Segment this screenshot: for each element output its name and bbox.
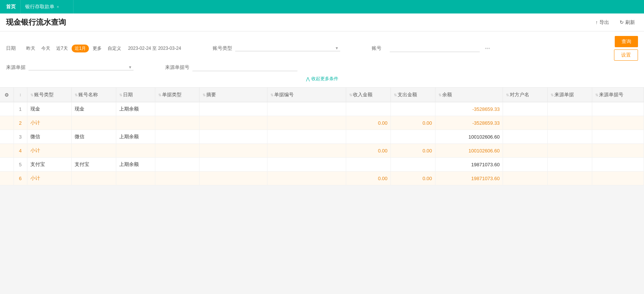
col-counterparty[interactable]: ⇅对方户名: [503, 88, 548, 102]
close-icon[interactable]: ×: [57, 4, 59, 9]
table-header-row: ⚙ ↕ ⇅账号类型 ⇅账号名称 ⇅日期 ⇅单据类型 ⇅摘要 ⇅单据编号 ⇅收入金…: [0, 88, 644, 102]
source-doc-filter-group: 来源单据 ▼: [6, 64, 134, 71]
date-shortcut-button[interactable]: 更多: [90, 45, 104, 52]
row-doc-type: [155, 130, 200, 144]
row-account-name: 现金: [72, 102, 116, 116]
row-counterparty: [503, 102, 548, 116]
row-index: 2: [14, 116, 27, 130]
source-doc-no-input[interactable]: [192, 64, 297, 71]
table-row: 1 现金 现金 上期余额 -3528659.33: [0, 102, 644, 116]
row-source-doc: [547, 130, 592, 144]
row-counterparty: [503, 158, 548, 172]
row-source-doc: [547, 102, 592, 116]
col-summary[interactable]: ⇅摘要: [200, 88, 267, 102]
row-income: [346, 130, 391, 144]
collapse-icon: ⋀: [306, 76, 310, 82]
export-icon: ↑: [596, 19, 598, 25]
row-doc-no: [267, 116, 346, 130]
query-button[interactable]: 查询: [615, 36, 638, 47]
row-account-type: 现金: [27, 102, 72, 116]
row-gear: [0, 102, 14, 116]
row-gear: [0, 116, 14, 130]
row-balance: -3528659.33: [435, 102, 503, 116]
account-label: 账号: [372, 45, 387, 52]
nav-tabs: 收款单×付款单×其他收入单×应收应付调整单×银行存取款单×预收冲应收单×收款核销…: [21, 0, 74, 13]
date-shortcuts: 昨天今天近7天近1月更多自定义: [24, 45, 123, 52]
date-shortcut-button[interactable]: 自定义: [105, 45, 123, 52]
row-source-doc-no: [592, 102, 644, 116]
row-income: 0.00: [346, 144, 391, 158]
col-gear[interactable]: ⚙: [0, 88, 14, 102]
account-type-select[interactable]: ▼: [235, 45, 340, 51]
row-index: 4: [14, 144, 27, 158]
row-counterparty: [503, 172, 548, 185]
date-shortcut-button[interactable]: 近1月: [72, 45, 89, 52]
source-doc-label: 来源单据: [6, 64, 26, 71]
row-account-name: [72, 172, 116, 185]
date-label: 日期: [6, 45, 21, 52]
row-counterparty: [503, 116, 548, 130]
row-account-type: 微信: [27, 130, 72, 144]
page-title: 现金银行流水查询: [6, 17, 66, 27]
page-header: 现金银行流水查询 ↑ 导出 ↻ 刷新: [0, 13, 644, 31]
col-income[interactable]: ⇅收入金额: [346, 88, 391, 102]
account-type-label: 账号类型: [213, 45, 232, 52]
row-gear: [0, 130, 14, 144]
refresh-button[interactable]: ↻ 刷新: [617, 18, 638, 27]
col-source-doc-no[interactable]: ⇅来源单据号: [592, 88, 644, 102]
row-balance: -3528659.33: [435, 116, 503, 130]
nav-home[interactable]: 首页: [2, 0, 21, 13]
row-date: [116, 172, 155, 185]
row-expense: 0.00: [391, 116, 435, 130]
row-counterparty: [503, 144, 548, 158]
row-income: [346, 102, 391, 116]
col-account-type[interactable]: ⇅账号类型: [27, 88, 72, 102]
row-income: 0.00: [346, 116, 391, 130]
row-doc-no: [267, 102, 346, 116]
row-date: 上期余额: [116, 102, 155, 116]
source-doc-select[interactable]: ▼: [29, 64, 134, 70]
nav-tab[interactable]: 银行存取款单×: [21, 0, 74, 13]
row-date: 上期余额: [116, 158, 155, 172]
table-row: 6 小计 0.00 0.00 19871073.60: [0, 172, 644, 185]
row-account-type: 支付宝: [27, 158, 72, 172]
date-shortcut-button[interactable]: 今天: [39, 45, 53, 52]
row-income: 0.00: [346, 172, 391, 185]
col-doc-type[interactable]: ⇅单据类型: [155, 88, 200, 102]
row-summary: [200, 172, 267, 185]
col-account-name[interactable]: ⇅账号名称: [72, 88, 116, 102]
filter-row-2: 来源单据 ▼ 来源单据号: [6, 64, 638, 71]
row-doc-no: [267, 172, 346, 185]
collapse-button[interactable]: ⋀ 收起更多条件: [305, 74, 340, 84]
export-button[interactable]: ↑ 导出: [593, 18, 612, 27]
col-date[interactable]: ⇅日期: [116, 88, 155, 102]
table-row: 4 小计 0.00 0.00 100102606.60: [0, 144, 644, 158]
row-date: 上期余额: [116, 130, 155, 144]
row-balance: 19871073.60: [435, 158, 503, 172]
gear-icon: ⚙: [5, 92, 9, 98]
account-input[interactable]: [390, 45, 480, 52]
col-expense[interactable]: ⇅支出金额: [391, 88, 435, 102]
refresh-icon: ↻: [620, 19, 624, 25]
date-shortcut-button[interactable]: 近7天: [54, 45, 70, 52]
row-source-doc-no: [592, 116, 644, 130]
account-more-icon[interactable]: •••: [483, 45, 492, 52]
row-expense: [391, 158, 435, 172]
header-actions: ↑ 导出 ↻ 刷新: [593, 18, 638, 27]
row-doc-type: [155, 102, 200, 116]
row-account-type: 小计: [27, 116, 72, 130]
col-source-doc[interactable]: ⇅来源单据: [547, 88, 592, 102]
data-table: ⚙ ↕ ⇅账号类型 ⇅账号名称 ⇅日期 ⇅单据类型 ⇅摘要 ⇅单据编号 ⇅收入金…: [0, 88, 644, 185]
row-source-doc: [547, 172, 592, 185]
col-doc-no[interactable]: ⇅单据编号: [267, 88, 346, 102]
row-account-type: 小计: [27, 172, 72, 185]
table-row: 2 小计 0.00 0.00 -3528659.33: [0, 116, 644, 130]
filter-area: 日期 昨天今天近7天近1月更多自定义 2023-02-24 至 2023-03-…: [0, 31, 644, 88]
row-source-doc: [547, 158, 592, 172]
date-shortcut-button[interactable]: 昨天: [24, 45, 38, 52]
col-balance[interactable]: ⇅余额: [435, 88, 503, 102]
row-income: [346, 158, 391, 172]
table-body: 1 现金 现金 上期余额 -3528659.33 2 小计 0.00 0.00 …: [0, 102, 644, 185]
settings-button[interactable]: 设置: [614, 49, 638, 61]
row-account-type: 小计: [27, 144, 72, 158]
